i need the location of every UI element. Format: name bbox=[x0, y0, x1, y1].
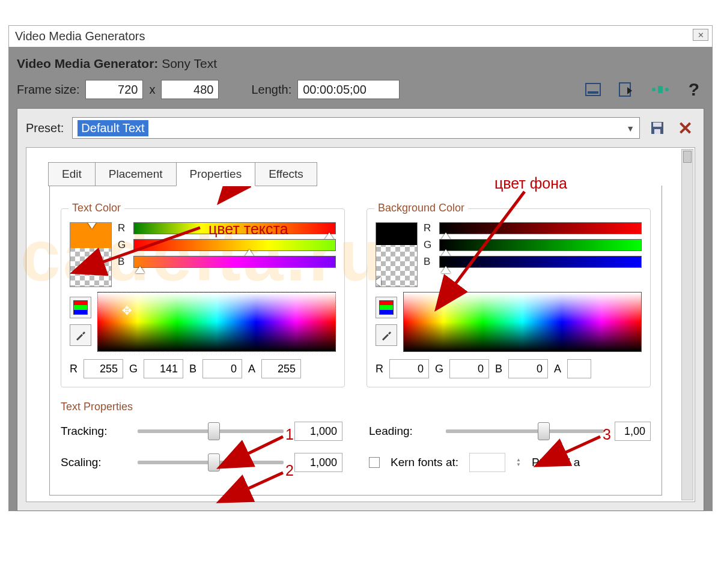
bg-spectrum[interactable] bbox=[403, 292, 642, 352]
bg-a-input[interactable] bbox=[567, 359, 591, 378]
tracking-value[interactable] bbox=[294, 422, 342, 441]
frame-width-input[interactable] bbox=[85, 80, 143, 99]
text-b-slider[interactable] bbox=[133, 256, 336, 268]
tab-placement[interactable]: Placement bbox=[95, 162, 177, 186]
color-picker-button[interactable] bbox=[70, 297, 91, 318]
replace-icon[interactable] bbox=[616, 79, 637, 100]
text-a-input[interactable] bbox=[261, 359, 301, 378]
bg-r-input[interactable] bbox=[389, 359, 429, 378]
preset-value: Default Text bbox=[78, 120, 148, 136]
svg-rect-1 bbox=[588, 91, 598, 94]
svg-rect-4 bbox=[658, 86, 663, 93]
text-g-slider[interactable] bbox=[133, 239, 336, 251]
tab-effects[interactable]: Effects bbox=[255, 162, 317, 186]
scaling-slider[interactable] bbox=[138, 461, 284, 464]
kern-spinner[interactable]: ▲▼ bbox=[516, 458, 521, 467]
chevron-down-icon: ▼ bbox=[626, 124, 634, 133]
text-color-title: Text Color bbox=[68, 202, 124, 214]
preset-dropdown[interactable]: Default Text ▼ bbox=[72, 117, 640, 139]
leading-label: Leading: bbox=[369, 425, 435, 438]
eyedropper-button[interactable] bbox=[70, 324, 91, 346]
kern-units: Pts and a bbox=[532, 456, 580, 469]
tab-properties[interactable]: Properties bbox=[176, 162, 256, 186]
delete-preset-button[interactable]: ✕ bbox=[675, 118, 695, 138]
bg-g-input[interactable] bbox=[449, 359, 489, 378]
kern-checkbox[interactable] bbox=[369, 457, 380, 468]
text-r-slider[interactable] bbox=[133, 222, 336, 234]
leading-slider[interactable] bbox=[446, 429, 604, 433]
text-properties-group: Text Properties Tracking: Sca bbox=[61, 401, 651, 484]
bg-b-slider[interactable] bbox=[439, 256, 642, 268]
bg-color-title: Background Color bbox=[374, 202, 468, 214]
bg-eyedropper-button[interactable] bbox=[376, 324, 397, 346]
text-props-title: Text Properties bbox=[61, 401, 651, 413]
text-b-input[interactable] bbox=[202, 359, 242, 378]
kern-label: Kern fonts at: bbox=[391, 456, 458, 469]
bg-color-swatch[interactable] bbox=[376, 222, 418, 287]
tab-edit[interactable]: Edit bbox=[48, 162, 96, 186]
length-input[interactable] bbox=[297, 80, 400, 99]
text-r-input[interactable] bbox=[84, 359, 123, 378]
tracking-slider[interactable] bbox=[138, 429, 284, 433]
text-color-swatch[interactable] bbox=[70, 222, 112, 287]
frame-height-input[interactable] bbox=[161, 80, 219, 99]
scaling-value[interactable] bbox=[294, 453, 342, 472]
frame-sep: x bbox=[149, 83, 155, 97]
svg-point-3 bbox=[652, 88, 656, 91]
window-titlebar: Video Media Generators ✕ bbox=[8, 25, 713, 47]
save-preset-button[interactable] bbox=[648, 118, 666, 138]
preset-label: Preset: bbox=[26, 121, 64, 135]
bg-g-slider[interactable] bbox=[439, 239, 642, 251]
bg-color-group: Background Color R bbox=[367, 208, 651, 387]
media-fx-icon[interactable] bbox=[583, 79, 603, 100]
bg-r-slider[interactable] bbox=[439, 222, 642, 234]
close-button[interactable]: ✕ bbox=[693, 29, 708, 41]
text-g-input[interactable] bbox=[144, 359, 183, 378]
bg-b-input[interactable] bbox=[508, 359, 548, 378]
help-icon[interactable]: ? bbox=[684, 79, 704, 100]
leading-value[interactable] bbox=[615, 422, 651, 441]
keyframe-icon[interactable] bbox=[650, 79, 671, 100]
svg-rect-7 bbox=[653, 123, 662, 127]
svg-point-5 bbox=[665, 88, 669, 91]
text-color-group: Text Color R bbox=[61, 208, 345, 387]
frame-size-label: Frame size: bbox=[17, 83, 79, 97]
svg-rect-8 bbox=[654, 129, 660, 134]
plugin-header: Video Media Generator: Sony Text bbox=[8, 53, 713, 77]
vertical-scrollbar[interactable] bbox=[681, 149, 693, 500]
length-label: Length: bbox=[251, 83, 291, 97]
window-title: Video Media Generators bbox=[15, 29, 145, 43]
scaling-label: Scaling: bbox=[61, 456, 127, 469]
kern-value[interactable] bbox=[469, 453, 505, 472]
tracking-label: Tracking: bbox=[61, 425, 127, 438]
text-spectrum[interactable]: ✥ bbox=[97, 292, 336, 352]
bg-color-picker-button[interactable] bbox=[376, 297, 397, 318]
